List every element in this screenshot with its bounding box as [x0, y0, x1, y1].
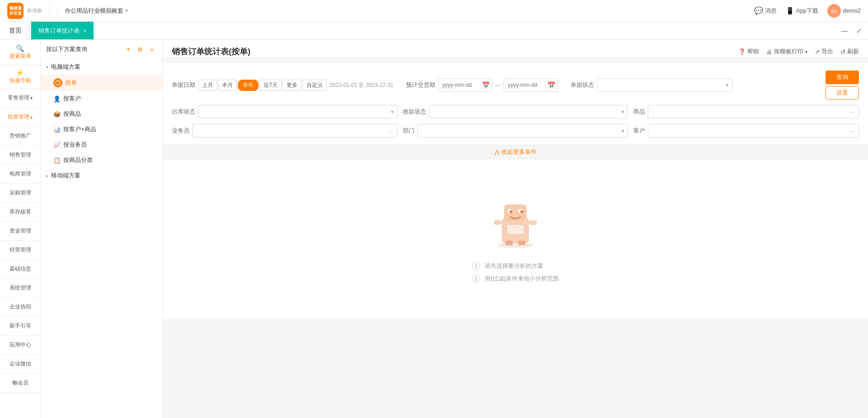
sidebar-item-newbie[interactable]: 新手引导 — [0, 317, 40, 336]
message-btn[interactable]: 💬 消息 — [754, 6, 777, 15]
sidebar-item-wechat[interactable]: 企业微信 — [0, 355, 40, 374]
sidebar-enterprise-label: 企业协同 — [9, 303, 31, 311]
delivery-status-select[interactable] — [198, 105, 397, 119]
tab-sales-stats[interactable]: 销售订单统计表 × — [31, 22, 94, 39]
delivery-date-start-wrap: 📅 — [438, 78, 492, 92]
sidebar-quick-nav[interactable]: ⚡ 快捷导航 — [0, 65, 40, 89]
step-1-num: 1 — [472, 262, 480, 270]
date-btn-this-year[interactable]: 本年 — [238, 80, 259, 91]
refresh-btn[interactable]: ↺ 刷新 — [840, 48, 859, 56]
settings-btn[interactable]: 设置 — [826, 86, 859, 100]
settings-scheme-btn[interactable]: ⚙ — [135, 44, 145, 54]
delivery-status-group: 出库状态 ▾ — [172, 105, 397, 119]
sidebar-item-operations[interactable]: 经营管理 — [0, 241, 40, 260]
calendar-start-icon[interactable]: 📅 — [482, 81, 490, 89]
minimize-icon: — — [841, 27, 848, 34]
sidebar-item-app-center[interactable]: 应用中心 — [0, 336, 40, 355]
filter-row-3: 业务员 ··· 部门 — [172, 124, 859, 138]
date-btn-more[interactable]: 更多 — [283, 80, 302, 91]
collapse-btn[interactable]: ⋀ 收起更多条件 — [495, 148, 537, 156]
sidebar-item-system[interactable]: 系统管理 — [0, 279, 40, 298]
status-group: 单据状态 ▾ — [571, 78, 816, 92]
collection-status-select[interactable] — [429, 105, 628, 119]
customer-dots[interactable]: ··· — [850, 128, 855, 134]
scheme-by-category[interactable]: 📋 按商品分类 — [41, 152, 162, 168]
by-product-icon: 📦 — [53, 111, 61, 118]
date-btn-last-month[interactable]: 上月 — [198, 80, 217, 91]
export-btn[interactable]: ↗ 导出 — [815, 48, 833, 56]
help-btn[interactable]: ❓ 帮助 — [738, 48, 759, 56]
filter-action-btns: 查询 设置 — [826, 71, 859, 100]
user-area[interactable]: Ea demo2 — [827, 4, 861, 18]
content-area: 按以下方案查询 + ⚙ « — [41, 40, 868, 418]
customer-group: 客户 ··· — [633, 124, 859, 138]
product-input[interactable] — [652, 109, 850, 115]
date-btn-this-month[interactable]: 本月 — [218, 80, 237, 91]
sidebar-item-basic-info[interactable]: 基础信息 — [0, 260, 40, 279]
app-download-btn[interactable]: 📱 App下载 — [786, 7, 818, 15]
tab-close-btn[interactable]: × — [83, 28, 86, 34]
scheme-by-customer-product[interactable]: 📊 按客户+商品 — [41, 122, 162, 137]
date-range-text: 2023-01-01 至 2023-12-31 — [330, 81, 393, 89]
delivery-status-select-wrap: ▾ — [198, 105, 397, 119]
sidebar-item-member[interactable]: 畅会员 — [0, 374, 40, 393]
date-btn-custom[interactable]: 自定义 — [302, 80, 327, 91]
customer-input[interactable] — [652, 128, 850, 134]
refresh-label: 刷新 — [847, 48, 859, 56]
department-select[interactable] — [417, 124, 628, 138]
scheme-by-product[interactable]: 📦 按商品 — [41, 106, 162, 122]
sidebar-item-wholesale[interactable]: 批发管理 ▴ — [0, 108, 40, 127]
collapse-icon: « — [150, 46, 153, 53]
product-group: 商品 ··· — [633, 105, 859, 119]
scheme-tree: ▾ 电脑端方案 按单 👤 按客户 📦 — [41, 59, 162, 183]
tab-home[interactable]: 首页 — [0, 22, 31, 39]
scheme-by-salesperson[interactable]: 📈 按业务员 — [41, 137, 162, 152]
sidebar-item-purchase[interactable]: 采购管理 — [0, 184, 40, 203]
sidebar-operations-label: 经营管理 — [9, 246, 31, 254]
left-panel: 按以下方案查询 + ⚙ « — [41, 40, 163, 418]
sidebar-ecommerce-label: 电商管理 — [9, 170, 31, 178]
customer-input-wrap: ··· — [648, 124, 859, 138]
query-btn[interactable]: 查询 — [826, 71, 859, 84]
sidebar-item-sales[interactable]: 销售管理 — [0, 146, 40, 165]
tree-mobile-label: 移动端方案 — [51, 171, 80, 180]
sidebar-item-finance[interactable]: 资金管理 — [0, 222, 40, 241]
calendar-end-icon[interactable]: 📅 — [547, 81, 555, 89]
salesperson-input[interactable] — [196, 128, 388, 134]
delivery-date-group: 预计交货期 📅 — 📅 — [406, 78, 558, 92]
print-btn[interactable]: 🖨 按模板打印 ▾ — [766, 48, 807, 56]
step-1-text: 请先选择要分析的方案 — [485, 262, 543, 270]
svg-rect-12 — [518, 241, 525, 245]
empty-illustration — [484, 195, 547, 251]
department-label: 部门 — [403, 127, 415, 135]
tree-section-pc[interactable]: ▾ 电脑端方案 — [41, 59, 162, 75]
tree-pc-label: 电脑端方案 — [51, 63, 80, 71]
collapse-panel-btn[interactable]: « — [147, 44, 157, 54]
username: demo2 — [843, 7, 861, 14]
product-dots[interactable]: ··· — [850, 109, 855, 115]
sidebar-item-enterprise[interactable]: 企业协同 — [0, 298, 40, 317]
sidebar-item-ecommerce[interactable]: 电商管理 — [0, 165, 40, 184]
step-2-num: 2 — [472, 275, 480, 283]
collapse-label: 收起更多条件 — [501, 148, 537, 156]
add-scheme-btn[interactable]: + — [123, 44, 133, 54]
sidebar-item-inventory[interactable]: 库存核算 — [0, 203, 40, 222]
app-selector[interactable]: 办公用品行业模拟账套 ▾ — [57, 7, 128, 15]
date-btn-7days[interactable]: 近7天 — [259, 80, 282, 91]
sidebar-quick-nav-label: 快捷导航 — [0, 77, 40, 85]
message-label: 消息 — [765, 7, 777, 15]
tree-section-mobile[interactable]: ▸ 移动端方案 — [41, 168, 162, 183]
salesperson-dots[interactable]: ··· — [388, 128, 393, 134]
sidebar-item-marketing[interactable]: 营销推广 — [0, 127, 40, 146]
scheme-by-order[interactable]: 按单 — [41, 75, 162, 91]
right-content: 销售订单统计表(按单) ❓ 帮助 🖨 按模板打印 ▾ — [163, 40, 868, 418]
tree-arrow-right: ▸ — [46, 173, 48, 178]
sidebar-search[interactable]: 🔍 搜索菜单 — [0, 40, 40, 65]
tab-maximize-btn[interactable]: ⤢ — [854, 25, 864, 36]
tab-minimize-btn[interactable]: — — [839, 25, 850, 36]
sidebar-item-retail[interactable]: 零售管理 ▾ — [0, 89, 40, 108]
status-select[interactable] — [597, 78, 732, 92]
date-buttons: 上月 本月 本年 近7天 更多 自定义 — [198, 80, 327, 91]
by-customer-label: 按客户 — [63, 95, 81, 103]
scheme-by-customer[interactable]: 👤 按客户 — [41, 91, 162, 106]
